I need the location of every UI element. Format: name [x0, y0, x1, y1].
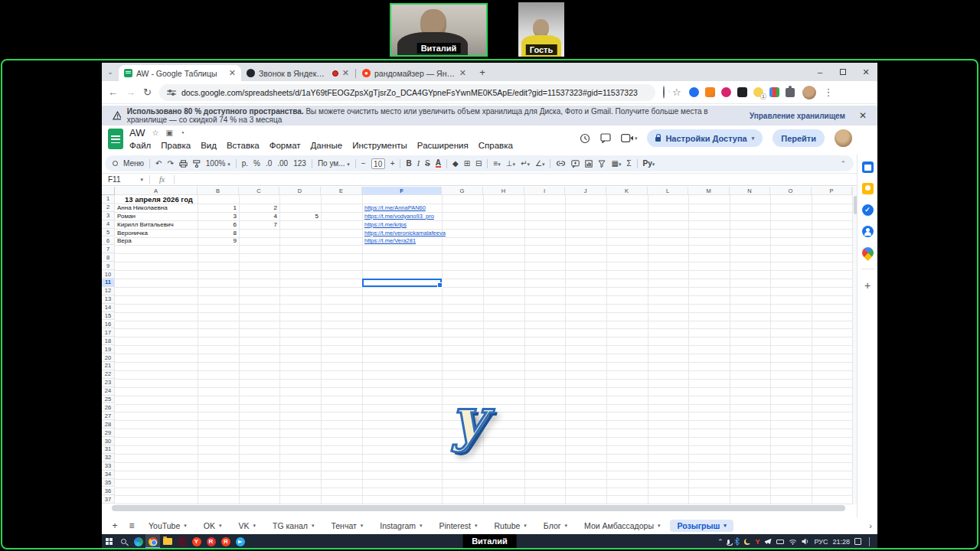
row-header-33[interactable]: 33 — [102, 462, 115, 471]
sheet-tab-menu-icon[interactable]: ▾ — [219, 523, 222, 529]
maximize-button[interactable] — [831, 67, 854, 77]
menu-format[interactable]: Формат — [270, 141, 301, 150]
google-sheets-logo-icon[interactable] — [108, 129, 123, 149]
text-color-button[interactable]: A — [436, 159, 441, 168]
row-header-5[interactable]: 5 — [102, 229, 115, 237]
add-sheet-button[interactable]: + — [108, 520, 122, 531]
minimize-button[interactable]: – — [808, 67, 831, 77]
tab-search-chevron-icon[interactable]: ⌄ — [102, 63, 119, 81]
edge-icon[interactable] — [131, 534, 145, 549]
grid-cell-C2[interactable]: 2 — [239, 204, 279, 212]
increase-decimals-button[interactable]: .00 — [277, 159, 288, 168]
close-tab-icon[interactable]: ✕ — [342, 68, 349, 78]
site-settings-icon[interactable] — [167, 89, 176, 96]
table-icon[interactable]: ▦▾ — [611, 159, 621, 168]
sheets-profile-avatar[interactable] — [835, 129, 852, 147]
grid-cell-B2[interactable]: 1 — [198, 204, 239, 212]
grid-cell-B3[interactable]: 3 — [198, 212, 239, 220]
sheet-tab-блог[interactable]: Блог▾ — [537, 520, 574, 532]
menu-tools[interactable]: Инструменты — [352, 141, 407, 150]
taskbar-app-red-icon[interactable]: R — [204, 534, 218, 549]
extension-icon-columns[interactable] — [769, 87, 779, 97]
row-header-27[interactable]: 27 — [102, 412, 115, 420]
row-header-21[interactable]: 21 — [102, 362, 115, 370]
column-header-I[interactable]: I — [524, 187, 565, 195]
version-history-icon[interactable] — [580, 133, 590, 144]
row-header-36[interactable]: 36 — [102, 487, 115, 496]
menu-extensions[interactable]: Расширения — [417, 141, 469, 150]
sheet-tab-menu-icon[interactable]: ▾ — [724, 523, 727, 529]
menu-edit[interactable]: Правка — [161, 141, 191, 150]
zoom-select[interactable]: 100% ▾ — [206, 159, 230, 168]
row-header-31[interactable]: 31 — [102, 445, 115, 454]
row-header-32[interactable]: 32 — [102, 454, 115, 462]
sheet-tab-menu-icon[interactable]: ▾ — [312, 523, 315, 529]
row-header-23[interactable]: 23 — [102, 379, 115, 387]
sheet-tab-vk[interactable]: VK▾ — [231, 520, 263, 532]
filter-icon[interactable] — [598, 160, 606, 168]
row-header-10[interactable]: 10 — [102, 270, 115, 279]
row-header-19[interactable]: 19 — [102, 345, 115, 354]
row-header-3[interactable]: 3 — [102, 212, 115, 220]
clock[interactable]: 21:28 — [832, 538, 850, 546]
participant-video-guest[interactable]: Гость — [518, 2, 564, 57]
sheet-tab-menu-icon[interactable]: ▾ — [420, 523, 423, 529]
paint-format-icon[interactable] — [193, 160, 201, 168]
decrease-decimals-button[interactable]: .0 — [266, 159, 272, 168]
back-icon[interactable]: ← — [108, 86, 118, 98]
row-header-28[interactable]: 28 — [102, 420, 115, 429]
sheet-tab-tg-канал[interactable]: TG канал▾ — [266, 520, 321, 532]
telegram-tray-icon[interactable] — [764, 538, 772, 545]
print-icon[interactable] — [179, 160, 188, 168]
redo-icon[interactable]: ↷ — [167, 159, 173, 168]
keyboard-tray-icon[interactable] — [776, 540, 784, 544]
comments-icon[interactable] — [600, 133, 611, 143]
sheet-tab-menu-icon[interactable]: ▾ — [253, 523, 256, 529]
reload-icon[interactable]: ↻ — [143, 86, 152, 98]
font-size-input[interactable]: 10 — [371, 158, 385, 169]
row-header-20[interactable]: 20 — [102, 354, 115, 362]
close-tab-icon[interactable]: ✕ — [459, 68, 466, 78]
close-window-button[interactable]: ✕ — [854, 67, 877, 77]
sheet-tab-menu-icon[interactable]: ▾ — [658, 523, 661, 529]
extensions-puzzle-icon[interactable] — [786, 88, 795, 97]
document-title[interactable]: AW — [129, 127, 145, 139]
menu-help[interactable]: Справка — [479, 141, 513, 150]
grid-cell-A4[interactable]: Кирилл Витальевич — [115, 220, 198, 229]
bluetooth-icon[interactable] — [734, 537, 740, 546]
grid-cell-B6[interactable]: 9 — [198, 237, 239, 246]
row-header-16[interactable]: 16 — [102, 321, 115, 329]
vertical-align-icon[interactable]: ⊥▾ — [506, 159, 515, 168]
move-folder-icon[interactable]: ▣ — [165, 129, 172, 137]
row-header-2[interactable]: 2 — [102, 204, 115, 212]
close-banner-icon[interactable]: ✕ — [859, 110, 867, 121]
row-header-25[interactable]: 25 — [102, 396, 115, 404]
column-header-E[interactable]: E — [321, 187, 362, 195]
grid-cell-F5[interactable]: https://t.me/veronickamalafeeva — [362, 229, 442, 237]
toolbar-menu-label[interactable]: Меню — [123, 159, 144, 168]
menu-view[interactable]: Вид — [201, 141, 217, 150]
sheet-tab-ok[interactable]: OK▾ — [197, 520, 229, 532]
column-header-H[interactable]: H — [483, 187, 524, 195]
spreadsheet-grid[interactable]: ABCDEFGHIJKLMNOP123456789101112131415161… — [102, 187, 858, 504]
row-header-29[interactable]: 29 — [102, 429, 115, 437]
grid-cell-F4[interactable]: https://t.me/krlps — [362, 220, 442, 229]
grid-cell-A1[interactable]: 13 апреля 2026 год — [115, 195, 198, 204]
row-header-6[interactable]: 6 — [102, 237, 115, 246]
sheet-tab-menu-icon[interactable]: ▾ — [475, 523, 478, 529]
italic-button[interactable]: I — [417, 159, 420, 168]
strikethrough-button[interactable]: S — [425, 159, 430, 168]
tasks-icon[interactable]: ✓ — [862, 204, 874, 216]
grid-corner-box[interactable] — [102, 187, 115, 195]
sheet-tab-розыгрыш[interactable]: Розыгрыш▾ — [670, 520, 733, 532]
percent-format-button[interactable]: % — [253, 159, 260, 168]
merge-cells-icon[interactable]: ⊟ — [475, 159, 482, 168]
row-header-35[interactable]: 35 — [102, 479, 115, 487]
menu-insert[interactable]: Вставка — [227, 141, 260, 150]
sheet-tab-menu-icon[interactable]: ▾ — [184, 523, 187, 529]
grid-cell-F6[interactable]: https://t.me/Vera281 — [362, 237, 442, 246]
all-sheets-icon[interactable]: ≡ — [125, 520, 139, 531]
bold-button[interactable]: B — [406, 159, 411, 168]
row-header-24[interactable]: 24 — [102, 387, 115, 396]
yandex-browser-icon[interactable]: Y — [189, 534, 204, 549]
